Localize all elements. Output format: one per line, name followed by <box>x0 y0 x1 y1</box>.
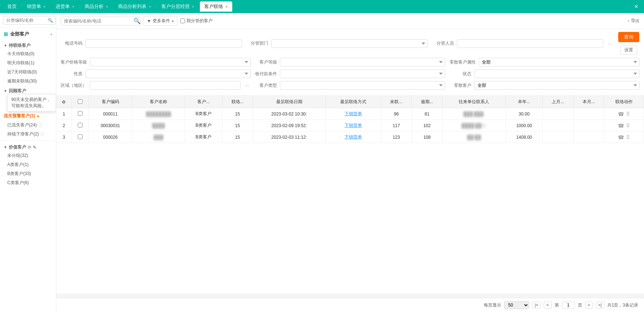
row-select-checkbox[interactable] <box>78 111 82 116</box>
settings-btn[interactable]: 设置 <box>620 45 637 55</box>
row-contact-person: ██ ██ <box>442 131 506 143</box>
filter-phone-label: 电话号码 <box>61 40 82 46</box>
tab-purchase-close[interactable]: × <box>72 4 74 9</box>
filter-region-more-icon[interactable]: ··· <box>243 82 251 88</box>
row-select-checkbox[interactable] <box>78 123 82 127</box>
sidebar-group-review[interactable]: ▼ 回顾客户 <box>0 86 56 95</box>
query-btn[interactable]: 查询 <box>618 32 639 42</box>
row-current-month <box>573 120 604 131</box>
sidebar-item-declining-customers[interactable]: 持续下滑客户(2) ⓘ <box>0 130 56 139</box>
row-no: 3 <box>56 131 72 143</box>
filter-dept: 分管部门 <box>246 39 428 48</box>
sidebar-item-overdue-contact[interactable]: 逾期未联络(30) <box>0 77 56 86</box>
row-no-contact-days: 96 <box>381 108 411 120</box>
export-btn[interactable]: ↑ 导出 <box>627 18 640 24</box>
contact-action-icon[interactable]: ☎ <box>618 134 624 140</box>
prev-page-btn[interactable]: < <box>544 301 551 309</box>
filter-retail-customer-select[interactable]: 全部 <box>474 81 640 90</box>
more-action-icon[interactable]: ⠿ <box>626 134 630 140</box>
edit-icon[interactable]: ✎ <box>33 145 36 150</box>
tab-customer-tier[interactable]: 客户分层经营 × <box>157 1 198 12</box>
adv-filter-row-3: 性质 收付款条件 状态 <box>61 69 640 78</box>
row-no: 1 <box>56 108 72 120</box>
sidebar-group-value[interactable]: ▼ 价值客户 ⟳ ✎ <box>0 142 56 151</box>
row-last-contact-method[interactable]: 下销货单 <box>325 120 381 131</box>
total-label: 共1页，3条记录 <box>607 302 638 308</box>
tab-analysis-list[interactable]: 商品分析列表 × <box>114 1 155 12</box>
filter-person-input[interactable] <box>457 39 603 48</box>
sidebar-item-churn-warning[interactable]: 流失预警客户(3) ● <box>0 112 56 121</box>
sidebar-group-pending[interactable]: ▼ 待联络客户 <box>0 40 56 49</box>
last-page-btn[interactable]: >| <box>596 301 604 309</box>
sidebar-item-class-c[interactable]: C类客户(6) <box>0 178 56 187</box>
sidebar-all-customers[interactable]: ⊞ 全部客户 « <box>0 28 56 40</box>
sidebar-item-week-contact[interactable]: 近7天待联络(0) <box>0 68 56 77</box>
row-code: 000026 <box>89 131 132 143</box>
tab-analysis-close[interactable]: × <box>106 4 108 9</box>
tab-customer-tier-close[interactable]: × <box>192 4 194 9</box>
contact-action-icon[interactable]: ☎ <box>618 111 624 117</box>
filter-price-level-select[interactable] <box>90 58 251 66</box>
sidebar-item-ungroups[interactable]: 未分组(32) <box>0 151 56 160</box>
checkbox-col-header[interactable] <box>72 96 89 108</box>
more-action-icon[interactable]: ⠿ <box>626 111 630 117</box>
filter-region-label: 区域（地区） <box>61 82 87 89</box>
tab-customer-contact[interactable]: 客户联络 × <box>200 1 232 12</box>
filter-payment-select[interactable] <box>280 69 445 78</box>
tab-home[interactable]: 首页 <box>3 1 21 12</box>
sidebar-search-icon[interactable]: 🔍 <box>48 18 53 23</box>
refresh-icon[interactable]: ⟳ <box>28 145 31 150</box>
window-close-icon[interactable]: × <box>631 1 641 12</box>
tab-purchase[interactable]: 进货单 × <box>51 1 79 12</box>
row-action: ☎ ⠿ <box>604 108 644 120</box>
row-last-month <box>543 108 573 120</box>
tab-analysis-list-close[interactable]: × <box>149 4 151 9</box>
filter-retail-attr-label: 零散客户属性 <box>450 59 476 65</box>
sidebar-item-today-contact[interactable]: 今天待联络(0) <box>0 49 56 58</box>
my-customers-checkbox[interactable] <box>180 19 185 23</box>
sidebar-item-tomorrow-contact[interactable]: 明天待联络(1) <box>0 58 56 68</box>
horizontal-scrollbar[interactable] <box>56 293 644 298</box>
filter-person-more-icon[interactable]: ··· <box>606 41 613 46</box>
row-last-contact-method[interactable]: 下销货单 <box>325 108 381 120</box>
row-checkbox[interactable] <box>72 108 89 120</box>
contact-action-icon[interactable]: ☎ <box>618 123 624 129</box>
row-last-month <box>543 131 573 143</box>
tab-customer-contact-close[interactable]: × <box>225 4 228 9</box>
sidebar-item-class-b[interactable]: B类客户(33) <box>0 169 56 178</box>
info-icon-2: ⓘ <box>40 131 44 137</box>
settings-col-header[interactable]: ⚙ <box>56 96 72 108</box>
tab-sales[interactable]: 销货单 × <box>23 1 50 12</box>
filter-retail-attr-select[interactable]: 全部 <box>479 58 640 66</box>
filter-customer-type-select[interactable] <box>280 81 445 90</box>
sidebar-item-class-a[interactable]: A类客户(1) <box>0 160 56 169</box>
sidebar-item-lost-customers[interactable]: 已流失客户(24) ⓘ <box>0 121 56 130</box>
per-page-select[interactable]: 50 20 100 <box>504 301 529 309</box>
tab-sales-close[interactable]: × <box>43 4 45 9</box>
row-contact-person: ████ ██ 3. <box>442 120 506 131</box>
filter-dept-select[interactable] <box>271 39 428 48</box>
more-conditions-btn[interactable]: ▼ 更多条件 ∧ <box>144 16 177 26</box>
first-page-btn[interactable]: |< <box>532 301 541 309</box>
tab-analysis[interactable]: 商品分析 × <box>80 1 112 12</box>
filter-region-input[interactable] <box>90 81 241 90</box>
filter-status-select[interactable] <box>474 69 640 78</box>
chevron-down-icon: ∧ <box>172 19 174 23</box>
row-last-contact-method[interactable]: 下销货单 <box>325 131 381 143</box>
select-all-checkbox[interactable] <box>78 99 82 104</box>
filter-search-btn[interactable]: 🔍 <box>133 17 141 24</box>
filter-search-input[interactable] <box>61 17 141 25</box>
row-select-checkbox[interactable] <box>78 134 82 139</box>
row-checkbox[interactable] <box>72 120 89 131</box>
collapse-icon[interactable]: « <box>50 32 52 36</box>
next-page-btn[interactable]: > <box>585 301 593 309</box>
row-last-contact-date: 2023-02-03 11:12: <box>253 131 326 143</box>
filter-customer-level-select[interactable] <box>280 58 445 66</box>
filter-nature-select[interactable] <box>85 69 251 78</box>
more-action-icon[interactable]: ⠿ <box>626 123 630 129</box>
row-code: 00030031 <box>89 120 132 131</box>
filter-phone-input[interactable] <box>85 39 242 48</box>
row-checkbox[interactable] <box>72 131 89 143</box>
page-input[interactable] <box>562 301 575 309</box>
filter-bar: 🔍 ▼ 更多条件 ∧ 我分管的客户 ↑ 导出 <box>56 13 644 29</box>
